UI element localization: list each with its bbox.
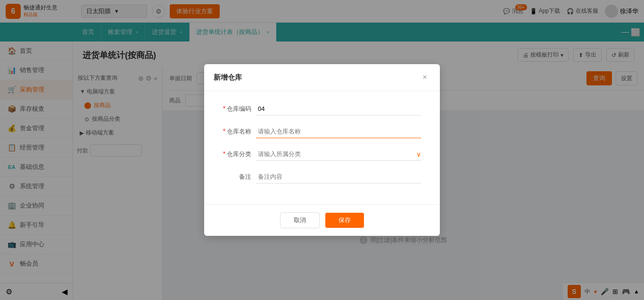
name-input[interactable] — [256, 125, 421, 138]
modal-body: 仓库编码 仓库名称 仓库分类 ∨ 备注 — [204, 91, 440, 204]
modal-title: 新增仓库 — [214, 73, 242, 82]
remark-input[interactable] — [256, 170, 421, 183]
name-label: 仓库名称 — [223, 127, 256, 136]
remark-label: 备注 — [223, 173, 256, 181]
modal-header: 新增仓库 × — [204, 64, 440, 91]
form-row-code: 仓库编码 — [223, 102, 421, 116]
cancel-btn[interactable]: 取消 — [280, 212, 320, 228]
form-row-category: 仓库分类 ∨ — [223, 148, 421, 161]
code-label: 仓库编码 — [223, 105, 256, 113]
save-btn[interactable]: 保存 — [325, 213, 364, 228]
category-select-wrapper: ∨ — [256, 148, 421, 161]
code-input[interactable] — [256, 102, 421, 116]
category-label: 仓库分类 — [223, 150, 256, 158]
modal-overlay: 新增仓库 × 仓库编码 仓库名称 仓库分类 ∨ — [0, 0, 644, 300]
category-input[interactable] — [256, 148, 416, 160]
category-dropdown-arrow[interactable]: ∨ — [416, 150, 421, 158]
modal-close-btn[interactable]: × — [419, 72, 430, 83]
form-row-remark: 备注 — [223, 170, 421, 183]
modal-footer: 取消 保存 — [204, 204, 440, 236]
add-warehouse-modal: 新增仓库 × 仓库编码 仓库名称 仓库分类 ∨ — [204, 64, 440, 236]
form-row-name: 仓库名称 — [223, 125, 421, 138]
